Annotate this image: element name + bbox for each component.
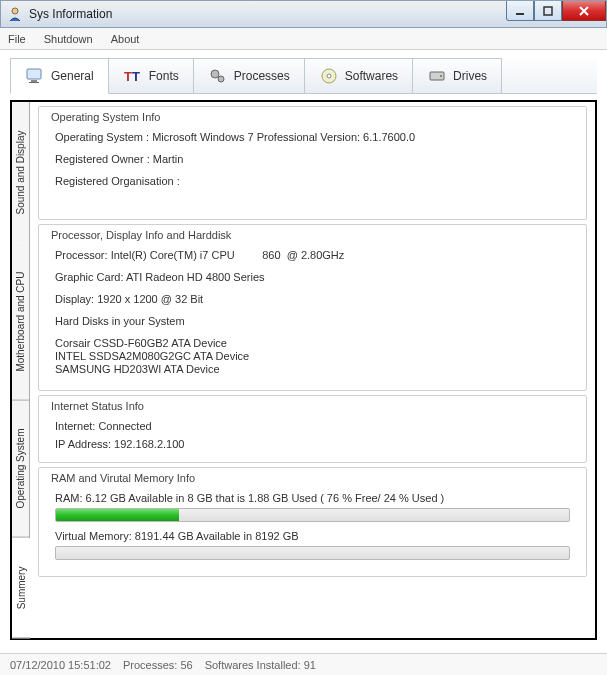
titlebar: Sys Information <box>0 0 607 28</box>
hdd-header: Hard Disks in your System <box>55 315 576 327</box>
svg-rect-5 <box>29 82 39 83</box>
menu-shutdown[interactable]: Shutdown <box>44 33 93 45</box>
hw-info-legend: Processor, Display Info and Harddisk <box>49 229 576 241</box>
tab-general[interactable]: General <box>10 58 109 94</box>
content-area: Operating System Info Operating System :… <box>30 102 595 638</box>
svg-rect-4 <box>31 80 37 82</box>
gpu-line: Graphic Card: ATI Radeon HD 4800 Series <box>55 271 576 283</box>
drive-icon <box>427 67 447 85</box>
gear-icon <box>208 67 228 85</box>
owner-line: Registered Owner : Martin <box>55 153 576 165</box>
svg-text:T: T <box>124 69 132 84</box>
app-icon <box>7 6 23 22</box>
svg-rect-2 <box>544 7 552 15</box>
tab-drives[interactable]: Drives <box>412 58 502 93</box>
main-panel: Summery Operating System Motherboard and… <box>10 100 597 640</box>
ram-info-group: RAM and Virutal Memory Info RAM: 6.12 GB… <box>38 467 587 577</box>
ram-info-legend: RAM and Virutal Memory Info <box>49 472 576 484</box>
svg-rect-3 <box>27 69 41 79</box>
ram-line: RAM: 6.12 GB Available in 8 GB that is 1… <box>55 492 576 504</box>
net-status: Internet: Connected <box>55 420 576 432</box>
os-info-legend: Operating System Info <box>49 111 576 123</box>
svg-point-13 <box>440 75 442 77</box>
tab-processes[interactable]: Processes <box>193 58 305 93</box>
net-info-legend: Internet Status Info <box>49 400 576 412</box>
vtab-mbcpu[interactable]: Motherboard and CPU <box>12 243 29 401</box>
side-tabs: Summery Operating System Motherboard and… <box>12 102 30 638</box>
ram-progress <box>55 508 570 522</box>
window-title: Sys Information <box>29 7 112 21</box>
svg-point-11 <box>327 74 331 78</box>
status-datetime: 07/12/2010 15:51:02 <box>10 659 111 671</box>
svg-point-9 <box>218 76 224 82</box>
minimize-button[interactable] <box>506 1 534 21</box>
tab-drives-label: Drives <box>453 69 487 83</box>
hdd-3: SAMSUNG HD203WI ATA Device <box>55 363 576 375</box>
vtab-os[interactable]: Operating System <box>12 400 29 538</box>
window-controls <box>506 1 606 21</box>
status-processes: Processes: 56 <box>123 659 193 671</box>
hw-info-group: Processor, Display Info and Harddisk Pro… <box>38 224 587 391</box>
tab-softwares[interactable]: Softwares <box>304 58 413 93</box>
tab-processes-label: Processes <box>234 69 290 83</box>
tab-general-label: General <box>51 69 94 83</box>
vtab-summery[interactable]: Summery <box>12 538 30 638</box>
tab-fonts[interactable]: TT Fonts <box>108 58 194 93</box>
org-line: Registered Organisation : <box>55 175 576 187</box>
net-info-group: Internet Status Info Internet: Connected… <box>38 395 587 463</box>
svg-point-0 <box>12 8 18 14</box>
close-button[interactable] <box>562 1 606 21</box>
tab-fonts-label: Fonts <box>149 69 179 83</box>
cpu-line: Processor: Intel(R) Core(TM) i7 CPU 860 … <box>55 249 576 261</box>
computer-icon <box>25 67 45 85</box>
svg-point-8 <box>211 70 219 78</box>
hdd-1: Corsair CSSD-F60GB2 ATA Device <box>55 337 576 349</box>
menubar: File Shutdown About <box>0 28 607 50</box>
net-ip: IP Address: 192.168.2.100 <box>55 438 576 450</box>
menu-file[interactable]: File <box>8 33 26 45</box>
maximize-button[interactable] <box>534 1 562 21</box>
os-line: Operating System : Microsoft Windows 7 P… <box>55 131 576 143</box>
vtab-sound-display[interactable]: Sound and Display <box>12 102 29 242</box>
os-info-group: Operating System Info Operating System :… <box>38 106 587 220</box>
disc-icon <box>319 67 339 85</box>
statusbar: 07/12/2010 15:51:02 Processes: 56 Softwa… <box>0 653 607 675</box>
status-software: Softwares Installed: 91 <box>205 659 316 671</box>
svg-text:T: T <box>132 69 140 84</box>
svg-rect-1 <box>516 13 524 15</box>
menu-about[interactable]: About <box>111 33 140 45</box>
fonts-icon: TT <box>123 67 143 85</box>
top-tabs: General TT Fonts Processes Softwares Dri… <box>10 58 597 94</box>
tab-softwares-label: Softwares <box>345 69 398 83</box>
vmem-line: Virtual Memory: 8191.44 GB Available in … <box>55 530 576 542</box>
hdd-2: INTEL SSDSA2M080G2GC ATA Device <box>55 350 576 362</box>
vmem-progress <box>55 546 570 560</box>
display-line: Display: 1920 x 1200 @ 32 Bit <box>55 293 576 305</box>
